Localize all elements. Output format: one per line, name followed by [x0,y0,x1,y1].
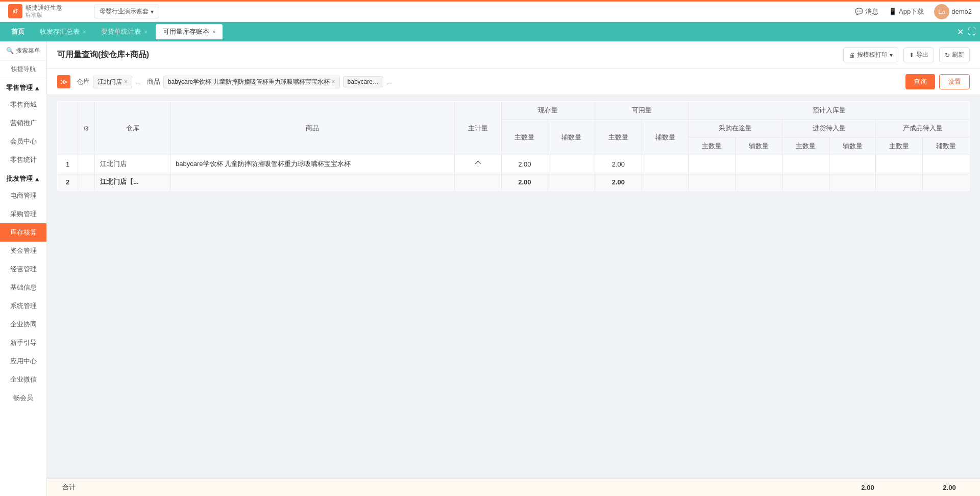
close-window-icon[interactable]: ✕ [957,27,964,37]
export-button[interactable]: ⬆ 导出 [903,48,934,62]
settings-button[interactable]: 设置 [939,74,970,89]
sidebar-app-center-label: 应用中心 [10,357,37,365]
messages-button[interactable]: 💬 消息 [855,7,878,16]
tab-available-stock[interactable]: 可用量库存账本 × [156,24,223,39]
tab-inventory-summary[interactable]: 收发存汇总表 × [33,24,93,39]
refresh-label: 刷新 [952,51,964,59]
sidebar-retail-stats-label: 零售统计 [10,156,37,163]
refresh-button[interactable]: ↻ 刷新 [939,48,970,62]
sidebar-item-guide[interactable]: 新手引导 [0,334,46,352]
template-print-button[interactable]: 🖨 按模板打印 ▾ [843,48,898,62]
col-available-aux: 辅数量 [642,120,689,155]
col-product: 商品 [170,102,455,155]
sidebar-section-retail[interactable]: 零售管理 ▲ [0,78,46,96]
sidebar-members-label: 会员中心 [10,137,37,145]
col-current-aux: 辅数量 [548,120,595,155]
row1-available-aux [642,155,689,173]
col-production-main: 主数量 [876,137,923,155]
search-icon: 🔍 [6,47,14,54]
sidebar-item-retail-stats[interactable]: 零售统计 [0,151,46,169]
app-download-button[interactable]: 📱 App下载 [889,7,924,16]
maximize-icon[interactable]: ⛶ [968,27,976,36]
sidebar-item-purchasing[interactable]: 采购管理 [0,205,46,223]
row1-production-aux [923,155,970,173]
sidebar-wholesale-label: 批发管理 [6,174,33,183]
tab-home-label: 首页 [11,27,24,36]
warehouse-tag-text: 江北门店 [97,78,122,86]
row2-purchase-aux [736,173,782,191]
row2-product [170,173,455,191]
warehouse-tag-remove[interactable]: × [124,78,128,85]
col-current-stock-group: 现存量 [501,102,595,120]
col-inbound-group: 预计入库量 [689,102,970,120]
row2-incoming-aux [829,173,876,191]
tab-bar: 首页 收发存汇总表 × 要货单统计表 × 可用量库存账本 × ✕ ⛶ [0,22,980,41]
row1-warehouse: 江北门店 [95,155,170,173]
sidebar-item-ecommerce[interactable]: 电商管理 [0,186,46,205]
sidebar-item-members[interactable]: 会员中心 [0,132,46,151]
warehouse-filter-more[interactable]: ... [135,78,141,86]
tab-order-stats[interactable]: 要货单统计表 × [94,24,154,39]
logo-text-area: 畅捷通好生意 标准版 [26,4,62,19]
table-container[interactable]: ⚙ 仓库 商品 主计量 现存量 可用量 预计入库量 主数量 辅数量 主数量 辅数… [47,95,980,478]
sidebar-marketing-label: 营销推广 [10,119,37,127]
filter-toggle-button[interactable]: ≫ [57,75,70,88]
sidebar-item-app-center[interactable]: 应用中心 [0,352,46,370]
sidebar-item-basics[interactable]: 基础信息 [0,278,46,297]
sidebar-search[interactable]: 🔍 搜索菜单 [0,41,46,61]
row1-incoming-main [782,155,829,173]
row1-current-aux [548,155,595,173]
product-filter-more[interactable]: ... [386,78,392,86]
row2-index: 2 [58,173,78,191]
messages-label: 消息 [865,7,878,16]
row2-available-aux [642,173,689,191]
product-tag-1: babycare学饮杯 儿童防摔防撞吸管杯重力球吸嘴杯宝宝水杯 × [163,76,340,88]
tab-order-stats-close[interactable]: × [144,29,147,35]
filter-actions: 查询 设置 [905,74,970,89]
sidebar-item-marketing[interactable]: 营销推广 [0,114,46,132]
row1-product: babycare学饮杯 儿童防摔防撞吸管杯重力球吸嘴杯宝宝水杯 [170,155,455,173]
sidebar-item-operations[interactable]: 经营管理 [0,260,46,278]
sidebar-item-system[interactable]: 系统管理 [0,297,46,315]
sidebar-item-wechat[interactable]: 企业微信 [0,370,46,389]
chevron-up-icon-2: ▲ [34,175,40,183]
product-tag-2: babycare… [343,76,383,87]
tab-available-stock-close[interactable]: × [212,29,215,35]
page-header: 可用量查询(按仓库+商品) 🖨 按模板打印 ▾ ⬆ 导出 ↻ 刷新 [47,41,980,69]
query-button[interactable]: 查询 [905,74,935,89]
tab-bar-actions: ✕ ⛶ [957,27,976,37]
user-area[interactable]: Ea demo2 [934,4,972,19]
export-label: 导出 [916,51,928,59]
sidebar-section-wholesale[interactable]: 批发管理 ▲ [0,169,46,186]
col-purchase-aux: 辅数量 [736,137,782,155]
print-icon: 🖨 [849,52,855,59]
download-icon: 📱 [889,8,897,15]
sidebar-quick-nav[interactable]: 快捷导航 [0,61,46,78]
row2-available-main: 2.00 [595,173,642,191]
sidebar-item-membership[interactable]: 畅会员 [0,389,46,407]
col-settings[interactable]: ⚙ [78,102,95,155]
tab-inventory-summary-label: 收发存汇总表 [40,27,80,36]
industry-selector[interactable]: 母婴行业演示账套 ▾ [94,5,159,18]
footer-current-main: 2.00 [847,484,888,491]
sidebar-membership-label: 畅会员 [13,394,33,401]
product-tag-1-remove[interactable]: × [332,78,335,85]
filter-area: ≫ 仓库 江北门店 × ... 商品 babycare学饮杯 儿童防摔防撞吸管杯… [47,69,980,95]
sidebar-item-finance[interactable]: 资金管理 [0,242,46,260]
sidebar-item-inventory[interactable]: 库存核算 [0,223,46,242]
sidebar-item-online-store[interactable]: 零售商城 [0,96,46,114]
row2-settings [78,173,95,191]
sidebar-finance-label: 资金管理 [10,247,37,254]
row1-purchase-main [689,155,736,173]
sidebar-ecommerce-label: 电商管理 [10,192,37,199]
top-bar-right: 💬 消息 📱 App下载 Ea demo2 [855,4,972,19]
sidebar-basics-label: 基础信息 [10,284,37,291]
col-incoming-main: 主数量 [782,137,829,155]
message-icon: 💬 [855,8,863,15]
product-filter-group: 商品 babycare学饮杯 儿童防摔防撞吸管杯重力球吸嘴杯宝宝水杯 × bab… [147,76,392,88]
main-layout: 🔍 搜索菜单 快捷导航 零售管理 ▲ 零售商城 营销推广 会员中心 零售统计 批… [0,41,980,496]
tab-inventory-summary-close[interactable]: × [83,29,86,35]
tab-home[interactable]: 首页 [4,24,32,39]
sidebar-item-enterprise[interactable]: 企业协同 [0,315,46,334]
tab-order-stats-label: 要货单统计表 [101,27,141,36]
